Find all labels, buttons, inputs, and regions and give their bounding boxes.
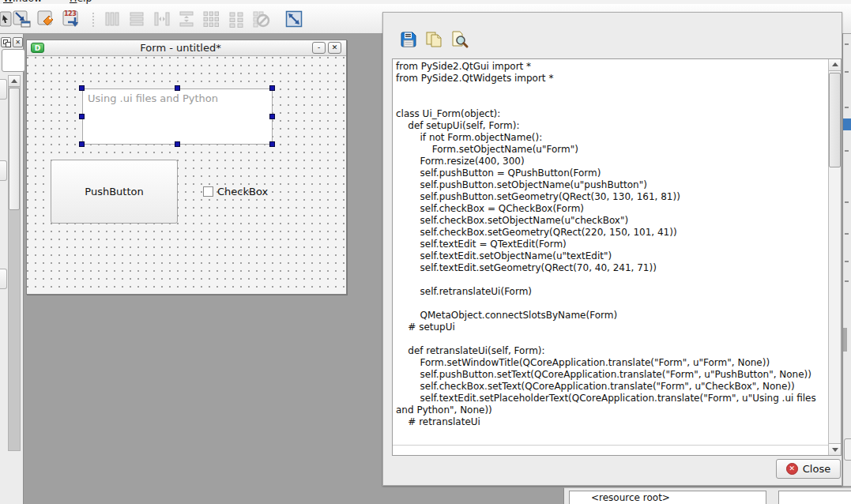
designer-form-icon: D: [31, 43, 44, 53]
selection-handle[interactable]: [269, 85, 275, 91]
menu-window[interactable]: Window: [3, 0, 42, 4]
edit-widgets-icon: [0, 9, 12, 29]
tab-order-123-label: 123: [64, 10, 76, 17]
checkbox-label: CheckBox: [217, 186, 268, 197]
selection-handle[interactable]: [175, 85, 180, 91]
close-icon: ✕: [15, 39, 21, 46]
edit-signals-slots-button[interactable]: [12, 9, 32, 29]
panel-row-mark: [845, 107, 849, 108]
selection-handle[interactable]: [269, 141, 275, 147]
widget-box-scrollbar[interactable]: [8, 75, 21, 451]
form-designer-window: D Form - untitled* - ✕ Using .ui files a…: [26, 39, 347, 295]
minimize-icon: -: [318, 43, 320, 51]
triangle-up-icon: [11, 79, 17, 83]
scrollbar-thumb[interactable]: [829, 73, 841, 167]
resource-tree[interactable]: <resource root>: [569, 491, 766, 504]
restore-icon: [3, 39, 8, 44]
selected-row-highlight[interactable]: [843, 118, 851, 130]
qt-designer-screen: Window Help 123: [0, 0, 851, 504]
lay-out-form-button[interactable]: [227, 9, 247, 29]
scrollbar-thumb[interactable]: [843, 328, 847, 352]
selection-handle[interactable]: [79, 85, 85, 91]
lay-out-horizontal-splitter-icon: [153, 9, 172, 29]
pushbutton-widget[interactable]: PushButton: [51, 160, 178, 224]
toolbar-separator: [92, 13, 94, 27]
lay-out-grid-button[interactable]: [201, 9, 221, 29]
form-minimize-button[interactable]: -: [312, 42, 326, 54]
panel-row-mark: [845, 261, 849, 262]
selection-handle[interactable]: [79, 141, 85, 147]
close-circle-icon: ✕: [786, 463, 798, 475]
lay-out-horizontally-button[interactable]: [103, 9, 122, 29]
form-window-title: Form - untitled*: [51, 42, 311, 54]
lay-out-grid-icon: [201, 9, 221, 29]
resource-browser: <resource root>: [563, 487, 851, 504]
edit-tab-order-button[interactable]: 123: [62, 9, 81, 29]
code-vertical-scrollbar[interactable]: [828, 59, 841, 455]
edit-signals-slots-icon: [12, 9, 32, 29]
panel-row-mark: [845, 43, 849, 45]
lay-out-form-icon: [227, 9, 247, 29]
close-icon: ✕: [332, 43, 338, 51]
form-canvas[interactable]: Using .ui files and Python PushButton Ch…: [27, 57, 346, 294]
save-icon: [399, 30, 418, 49]
checkbox-widget[interactable]: CheckBox: [201, 175, 281, 208]
copy-code-button[interactable]: [424, 30, 443, 49]
menu-bar: Window Help: [0, 0, 851, 4]
property-panel-edge: [842, 34, 851, 486]
widget-box-close-button[interactable]: ✕: [13, 37, 23, 47]
view-python-code-dialog: from PySide2.QtGui import * from PySide2…: [382, 12, 842, 486]
lay-out-vertical-splitter-button[interactable]: [177, 9, 197, 29]
scroll-corner-divider: [393, 445, 828, 446]
panel-row-mark: [845, 233, 849, 235]
edit-buddies-button[interactable]: [36, 9, 56, 29]
scroll-up-arrow[interactable]: [829, 59, 841, 71]
widget-box-item[interactable]: [0, 79, 7, 100]
triangle-up-icon: [832, 62, 838, 66]
close-button-label: Close: [803, 463, 830, 475]
panel-button-edge: [844, 438, 851, 461]
lay-out-horizontal-splitter-button[interactable]: [153, 9, 172, 29]
widget-box-float-button[interactable]: [1, 37, 11, 47]
scrollbar-thumb[interactable]: [9, 88, 20, 210]
checkbox-indicator[interactable]: [203, 186, 213, 197]
widget-box-item[interactable]: [0, 160, 7, 181]
code-text[interactable]: from PySide2.QtGui import * from PySide2…: [396, 61, 827, 428]
triangle-down-icon: [832, 448, 838, 452]
menu-help[interactable]: Help: [70, 0, 92, 4]
lay-out-horizontally-icon: [103, 9, 122, 29]
panel-row-mark: [845, 280, 849, 282]
widget-box-filter-input[interactable]: [2, 49, 25, 72]
adjust-size-button[interactable]: [284, 9, 304, 29]
textedit-widget[interactable]: Using .ui files and Python: [82, 88, 273, 145]
edit-buddies-icon: [36, 9, 56, 29]
code-view[interactable]: from PySide2.QtGui import * from PySide2…: [392, 58, 842, 456]
copy-icon: [424, 30, 445, 49]
panel-row-mark: [845, 150, 849, 152]
save-code-button[interactable]: [399, 30, 418, 49]
scroll-up-arrow[interactable]: [9, 76, 20, 87]
resource-list[interactable]: [778, 491, 851, 504]
break-layout-icon: [251, 9, 271, 29]
break-layout-button[interactable]: [251, 9, 271, 29]
form-close-button[interactable]: ✕: [328, 42, 341, 54]
dialog-close-button[interactable]: ✕ Close: [776, 459, 841, 479]
resource-root-item[interactable]: <resource root>: [591, 492, 670, 503]
edit-widgets-button[interactable]: [0, 9, 12, 29]
widget-box-item[interactable]: [0, 269, 7, 289]
find-in-code-button[interactable]: [450, 30, 469, 49]
panel-row-mark: [845, 71, 849, 73]
scroll-down-arrow[interactable]: [829, 443, 841, 455]
textedit-placeholder: Using .ui files and Python: [88, 92, 218, 104]
pushbutton-label: PushButton: [85, 186, 143, 197]
adjust-size-icon: [284, 9, 304, 29]
find-icon: [450, 30, 470, 51]
selection-handle[interactable]: [79, 114, 85, 119]
lay-out-vertically-button[interactable]: [127, 9, 147, 29]
panel-row-mark: [845, 201, 849, 203]
selection-handle[interactable]: [175, 141, 180, 147]
lay-out-vertically-icon: [127, 9, 147, 29]
widget-box-panel: ✕: [0, 34, 24, 504]
selection-handle[interactable]: [269, 114, 275, 119]
form-window-titlebar[interactable]: D Form - untitled* - ✕: [27, 40, 346, 56]
